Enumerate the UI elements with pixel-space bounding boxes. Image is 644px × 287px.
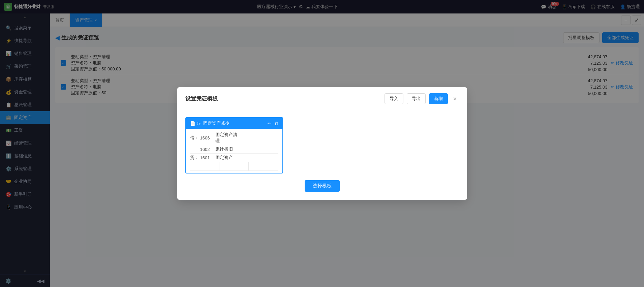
empty-col-2 bbox=[219, 162, 249, 170]
modal-close-btn[interactable]: × bbox=[451, 95, 459, 103]
template-name: 固定资产减少 bbox=[203, 120, 229, 126]
modal-header: 设置凭证模板 导入 导出 新增 × bbox=[177, 87, 467, 109]
template-edit-btn[interactable]: ✏ bbox=[268, 121, 271, 126]
template-card-title: 📄 5-固定资产减少 bbox=[190, 120, 230, 126]
entry-row-1: 借： 1606 固定资产清理 bbox=[190, 131, 278, 145]
entry-empty-row bbox=[190, 162, 278, 171]
template-card-actions: ✏ 🗑 bbox=[268, 121, 278, 126]
empty-col-3 bbox=[249, 162, 278, 170]
modal-title: 设置凭证模板 bbox=[185, 95, 218, 102]
template-entries: 借： 1606 固定资产清理 1602 累计折旧 贷： bbox=[186, 129, 282, 173]
entry-row-2: 1602 累计折旧 bbox=[190, 145, 278, 154]
new-btn[interactable]: 新增 bbox=[429, 93, 448, 104]
modal-body: 📄 5-固定资产减少 ✏ 🗑 借： 1606 固定资产清理 bbox=[177, 109, 467, 200]
entry-code-3: 1601 bbox=[200, 155, 215, 160]
entry-code-2: 1602 bbox=[200, 147, 215, 152]
modal-dialog: 设置凭证模板 导入 导出 新增 × 📄 5-固定资产减少 ✏ 🗑 bbox=[177, 87, 467, 200]
entry-name-2: 累计折旧 bbox=[215, 146, 238, 152]
select-template-btn[interactable]: 选择模板 bbox=[305, 180, 340, 192]
template-delete-btn[interactable]: 🗑 bbox=[274, 121, 278, 126]
modal-overlay: 设置凭证模板 导入 导出 新增 × 📄 5-固定资产减少 ✏ 🗑 bbox=[0, 0, 644, 287]
modal-header-actions: 导入 导出 新增 × bbox=[385, 93, 459, 104]
entry-type-3: 贷： bbox=[190, 155, 200, 161]
entry-name-3: 固定资产 bbox=[215, 155, 238, 161]
entry-row-3: 贷： 1601 固定资产 bbox=[190, 154, 278, 162]
entry-type-1: 借： bbox=[190, 135, 200, 141]
template-number: 5- bbox=[197, 121, 202, 126]
template-card: 📄 5-固定资产减少 ✏ 🗑 借： 1606 固定资产清理 bbox=[185, 117, 283, 173]
import-btn[interactable]: 导入 bbox=[385, 93, 403, 104]
template-doc-icon: 📄 bbox=[190, 121, 195, 126]
empty-col-1 bbox=[190, 162, 219, 170]
template-card-header: 📄 5-固定资产减少 ✏ 🗑 bbox=[186, 118, 282, 129]
entry-name-1: 固定资产清理 bbox=[215, 132, 238, 144]
entry-code-1: 1606 bbox=[200, 135, 215, 140]
export-btn[interactable]: 导出 bbox=[407, 93, 426, 104]
